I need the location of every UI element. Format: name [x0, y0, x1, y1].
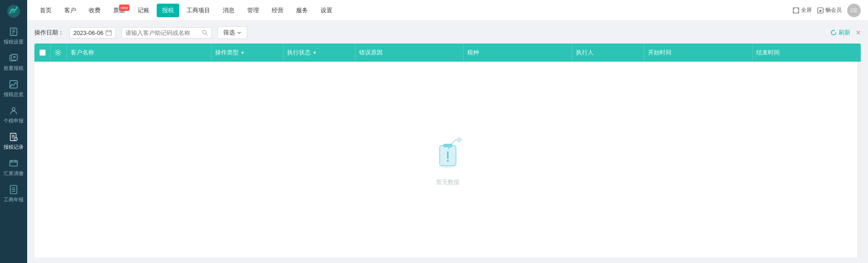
sidebar-item-baoshui-zonglang[interactable]: 报税总览 — [0, 75, 27, 102]
settlement-icon — [8, 158, 19, 169]
svg-line-36 — [206, 34, 207, 35]
table-header: 客户名称 操作类型 ▼ 执行状态 ▼ 错误原因 税种 执行人 — [34, 44, 861, 62]
sidebar-item-label: 个税申报 — [4, 117, 24, 124]
nav-item-jizhang[interactable]: 记账 — [132, 4, 155, 17]
sort-icon[interactable]: ▼ — [312, 50, 317, 55]
nav-items: 首页 客户 收费 票据 new 记账 报税 工商项目 消息 — [34, 4, 793, 17]
svg-rect-10 — [10, 81, 18, 88]
sidebar-item-huisuan-jiaona[interactable]: 汇算清缴 — [0, 154, 27, 180]
nav-item-baoshui[interactable]: 报税 — [157, 4, 179, 17]
nav-item-guanli[interactable]: 管理 — [242, 4, 264, 17]
annual-report-icon — [8, 184, 19, 195]
th-customer-name: 客户名称 — [67, 44, 211, 62]
personal-tax-icon — [8, 105, 19, 116]
svg-point-1 — [12, 10, 15, 13]
data-table: 客户名称 操作类型 ▼ 执行状态 ▼ 错误原因 税种 执行人 — [34, 44, 861, 258]
new-badge: new — [119, 5, 129, 11]
empty-state-icon — [430, 133, 466, 174]
user-avatar[interactable]: CE — [847, 4, 861, 17]
refresh-icon — [830, 29, 837, 36]
date-label: 操作日期： — [34, 29, 64, 37]
nav-item-shezhi[interactable]: 设置 — [315, 4, 338, 17]
sidebar-item-label: 批量报税 — [4, 65, 24, 72]
refresh-button[interactable]: 刷新 — [830, 29, 850, 37]
sort-icon[interactable]: ▼ — [240, 50, 245, 55]
scrollbar-track[interactable] — [857, 62, 861, 258]
search-input[interactable] — [125, 29, 200, 36]
search-box — [121, 27, 212, 39]
svg-point-43 — [440, 165, 456, 168]
sidebar-item-label: 汇算清缴 — [4, 170, 24, 177]
fullscreen-button[interactable]: 全屏 — [793, 6, 812, 14]
filter-button[interactable]: 筛选 — [217, 26, 247, 39]
sidebar: 报税设置 批量报税 报税总览 — [0, 0, 27, 263]
vip-button[interactable]: ▶ 畅会员 — [817, 6, 842, 14]
top-navigation: 首页 客户 收费 票据 new 记账 报税 工商项目 消息 — [27, 0, 868, 21]
svg-rect-40 — [443, 144, 452, 147]
svg-point-19 — [15, 140, 16, 140]
th-executor: 执行人 — [572, 44, 644, 62]
sidebar-item-geshui-shenbao[interactable]: 个税申报 — [0, 102, 27, 128]
tax-settings-icon — [8, 26, 19, 37]
topnav-right: 全屏 ▶ 畅会员 CE — [793, 4, 861, 17]
th-start-time: 开始时间 — [644, 44, 753, 62]
svg-rect-31 — [106, 30, 111, 35]
settings-icon[interactable] — [54, 49, 62, 56]
close-button[interactable]: × — [856, 29, 861, 37]
th-end-time: 结束时间 — [753, 44, 861, 62]
svg-point-42 — [447, 160, 449, 162]
sidebar-item-baoshui-jilu[interactable]: 报税记录 — [0, 128, 27, 154]
chevron-down-icon — [237, 30, 241, 35]
calendar-icon — [106, 29, 112, 36]
table-body: 暂无数据 — [34, 62, 861, 258]
select-all-checkbox[interactable] — [39, 49, 46, 56]
nav-item-shoufei[interactable]: 收费 — [83, 4, 106, 17]
th-exec-status: 执行状态 ▼ — [283, 44, 355, 62]
sidebar-item-baoshui-shezhi[interactable]: 报税设置 — [0, 23, 27, 49]
sidebar-item-label: 报税总览 — [4, 91, 24, 98]
svg-point-37 — [57, 52, 59, 54]
empty-state: 暂无数据 — [430, 133, 466, 186]
page-content: 操作日期： 2023-06-06 筛选 — [27, 21, 868, 263]
nav-item-jingying[interactable]: 经营 — [266, 4, 289, 17]
sidebar-item-piliang-baoshui[interactable]: 批量报税 — [0, 49, 27, 75]
svg-rect-20 — [10, 161, 18, 166]
search-icon[interactable] — [202, 29, 208, 36]
sidebar-item-label: 报税记录 — [4, 144, 24, 151]
empty-text: 暂无数据 — [436, 178, 460, 186]
nav-item-customer[interactable]: 客户 — [59, 4, 82, 17]
nav-item-fuwu[interactable]: 服务 — [291, 4, 313, 17]
app-logo[interactable] — [0, 0, 27, 23]
svg-text:▶: ▶ — [820, 9, 822, 12]
main-area: 首页 客户 收费 票据 new 记账 报税 工商项目 消息 — [27, 0, 868, 263]
nav-item-gongshang[interactable]: 工商项目 — [181, 4, 216, 17]
toolbar: 操作日期： 2023-06-06 筛选 — [34, 26, 861, 39]
nav-item-xiaoxi[interactable]: 消息 — [217, 4, 240, 17]
sidebar-item-label: 工商年报 — [4, 196, 24, 203]
sidebar-item-gongshang-nianbao[interactable]: 工商年报 — [0, 180, 27, 207]
th-tax-type: 税种 — [464, 44, 572, 62]
toolbar-right: 刷新 × — [830, 29, 861, 37]
tax-overview-icon — [8, 79, 19, 90]
svg-point-11 — [12, 107, 15, 110]
th-settings — [51, 44, 67, 62]
nav-item-home[interactable]: 首页 — [34, 4, 57, 17]
batch-tax-icon — [8, 53, 19, 63]
th-operation-type: 操作类型 ▼ — [211, 44, 283, 62]
date-picker[interactable]: 2023-06-06 — [69, 27, 116, 39]
sidebar-item-label: 报税设置 — [4, 39, 24, 45]
date-value: 2023-06-06 — [73, 29, 104, 36]
svg-rect-7 — [11, 54, 17, 60]
tax-record-icon — [8, 132, 19, 142]
th-error-reason: 错误原因 — [355, 44, 464, 62]
th-checkbox[interactable] — [34, 44, 51, 62]
nav-item-piao[interactable]: 票据 new — [108, 4, 130, 17]
